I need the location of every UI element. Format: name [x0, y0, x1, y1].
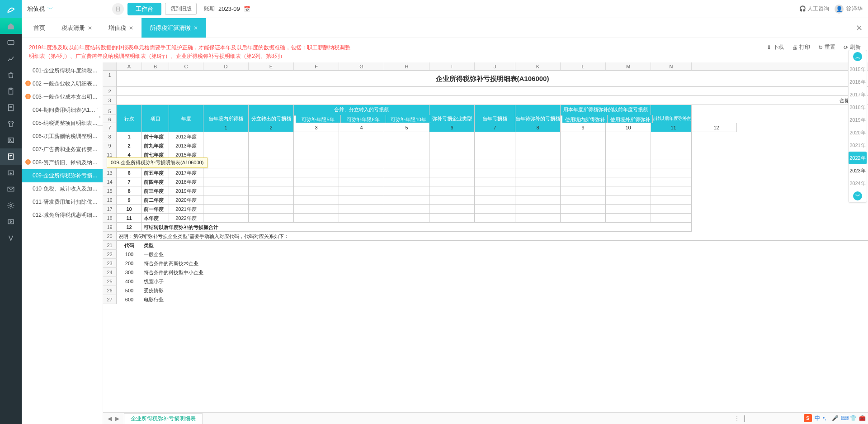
ime-logo-icon[interactable]: S: [804, 414, 812, 422]
close-icon[interactable]: ✕: [129, 25, 133, 31]
year-option[interactable]: 2021年: [849, 139, 867, 152]
notice-bar: 2019年度涉及取以前年度结转数据的申报表单元格需要手工维护正确，才能保证本年及…: [22, 38, 868, 62]
close-all-tabs-icon[interactable]: ✕: [856, 23, 863, 33]
form-item[interactable]: 003-一般企业成本支出明细…: [22, 91, 103, 104]
year-option[interactable]: 2023年: [849, 164, 867, 177]
table-row[interactable]: 8 1 前十年度 2012年度: [103, 132, 868, 141]
ime-skin-icon[interactable]: 👕: [850, 415, 856, 421]
code-row: 27600电影行业: [103, 295, 868, 304]
collapse-panel-icon[interactable]: ‹: [97, 108, 103, 126]
code-row: 25400线宽小于: [103, 277, 868, 286]
toolbar-actions: ⬇ 下载 🖨 打印 ↻ 重置 ⟳ 刷新: [767, 43, 861, 51]
nav-clipboard-icon[interactable]: [0, 83, 22, 100]
left-sidebar: [0, 0, 22, 424]
form-item[interactable]: 004-期间费用明细表(A1040…: [22, 104, 103, 117]
year-option[interactable]: 2020年: [849, 126, 867, 139]
tab-home[interactable]: 首页: [25, 18, 53, 38]
table-row[interactable]: 9 2 前九年度 2013年度: [103, 141, 868, 150]
sheet-tab[interactable]: 企业所得税弥补亏损明细表: [124, 413, 203, 424]
table-row[interactable]: 18 11 本年度 2022年度: [103, 214, 868, 223]
download-button[interactable]: ⬇ 下载: [767, 43, 784, 51]
table-row[interactable]: 12 5 前六年度 2016年度: [103, 159, 868, 168]
year-option[interactable]: 2022年: [849, 152, 867, 164]
form-item[interactable]: 012-减免所得税优惠明细表(…: [22, 209, 103, 222]
nav-card-icon[interactable]: [0, 34, 22, 51]
form-item[interactable]: 002-一般企业收入明细表(A1…: [22, 77, 103, 91]
consult-link[interactable]: 🎧 人工咨询: [799, 5, 829, 13]
ime-punct-icon[interactable]: •,: [823, 415, 829, 421]
table-row[interactable]: 17 10 前一年度 2021年度: [103, 205, 868, 214]
nav-bag-icon[interactable]: [0, 67, 22, 83]
nav-export-icon[interactable]: [0, 165, 22, 181]
form-item[interactable]: 011-研发费用加计扣除优惠…: [22, 195, 103, 209]
table-row[interactable]: 15 8 前三年度 2019年度: [103, 186, 868, 195]
form-item[interactable]: 005-纳税调整项目明细表(A1…: [22, 117, 103, 130]
table-row[interactable]: 11 4 前七年度 2015年度: [103, 150, 868, 159]
nav-image-icon[interactable]: [0, 132, 22, 148]
form-item[interactable]: 006-职工薪酬纳税调整明细…: [22, 130, 103, 143]
svg-point-9: [10, 205, 12, 207]
tab-tax-list[interactable]: 税表清册✕: [53, 18, 100, 38]
notice-text: 2019年度涉及取以前年度结转数据的申报表单元格需要手工维护正确，才能保证本年及…: [29, 43, 354, 61]
ime-lang[interactable]: 中: [815, 414, 820, 422]
tab-vat[interactable]: 增值税✕: [100, 18, 142, 38]
app-logo[interactable]: [0, 0, 22, 18]
nav-settings-icon[interactable]: [0, 197, 22, 214]
code-row: 24300符合条件的科技型中小企业: [103, 268, 868, 277]
form-item[interactable]: 009-企业所得税弥补亏损明…: [22, 169, 103, 182]
nav-v-icon[interactable]: [0, 230, 22, 246]
avatar-icon: 👤: [835, 5, 844, 14]
page-tabs: 首页 税表清册✕ 增值税✕ 所得税汇算清缴✕ ✕: [22, 18, 868, 38]
form-item[interactable]: 010-免税、减计收入及加计…: [22, 182, 103, 195]
switch-old-button[interactable]: 切到旧版: [165, 3, 197, 15]
year-option[interactable]: 2024年: [849, 177, 867, 190]
nav-home-icon[interactable]: [0, 18, 22, 34]
year-option[interactable]: 2016年: [849, 76, 867, 88]
circle-icon-button[interactable]: [112, 3, 124, 15]
calendar-icon[interactable]: 📅: [244, 6, 250, 12]
year-up-icon[interactable]: ︽: [853, 52, 862, 61]
form-item[interactable]: 008-资产折旧、摊销及纳税…: [22, 156, 103, 169]
column-headers: A B C D E F G H I J K L M N: [103, 62, 868, 71]
form-item[interactable]: 001-企业所得税年度纳税申…: [22, 64, 103, 77]
nav-doc-icon[interactable]: [0, 100, 22, 116]
year-option[interactable]: 2018年: [849, 101, 867, 114]
year-option[interactable]: 2015年: [849, 63, 867, 76]
sheet-title: 企业所得税弥补亏损明细表(A106000): [117, 71, 868, 87]
ime-keyboard-icon[interactable]: ⌨: [841, 415, 847, 421]
tax-type-dropdown[interactable]: 增值税 ﹀: [27, 5, 108, 13]
main-area: 增值税 ﹀ 工作台 切到旧版 账期 2023-09 📅 🎧 人工咨询 👤 徐泽华…: [22, 0, 868, 424]
close-icon[interactable]: ✕: [193, 25, 198, 31]
reset-button[interactable]: ↻ 重置: [818, 43, 835, 51]
cell-tooltip: 009-企业所得税弥补亏损明细表(A106000): [107, 157, 208, 168]
year-option[interactable]: 2019年: [849, 114, 867, 126]
nav-shirt-icon[interactable]: [0, 116, 22, 132]
chevron-down-icon: ﹀: [47, 5, 53, 13]
print-button[interactable]: 🖨 打印: [792, 43, 810, 51]
sheet-nav[interactable]: ◀▶: [107, 415, 120, 422]
year-down-icon[interactable]: ︾: [853, 191, 862, 200]
ime-tool-icon[interactable]: 🧰: [859, 415, 865, 421]
period-value[interactable]: 2023-09: [218, 5, 240, 12]
year-rail: ︽ 2015年2016年2017年2018年2019年2020年2021年202…: [848, 50, 867, 203]
top-header: 增值税 ﹀ 工作台 切到旧版 账期 2023-09 📅 🎧 人工咨询 👤 徐泽华: [22, 0, 868, 18]
dropdown-label: 增值税: [27, 5, 45, 13]
svg-rect-0: [8, 41, 14, 45]
code-row: 22100一般企业: [103, 250, 868, 259]
form-item[interactable]: 007-广告费和业务宣传费跨…: [22, 143, 103, 156]
table-row[interactable]: 13 6 前五年度 2017年度: [103, 168, 868, 177]
table-row[interactable]: 16 9 前二年度 2020年度: [103, 195, 868, 205]
grid-body[interactable]: 1企业所得税弥补亏损明细表(A106000) 2 3金额单位： 4 行次 项目 …: [103, 71, 868, 412]
user-menu[interactable]: 👤 徐泽华: [835, 5, 863, 14]
workspace-button[interactable]: 工作台: [127, 3, 161, 15]
table-row[interactable]: 14 7 前四年度 2018年度: [103, 177, 868, 186]
code-row: 26500受疫情影: [103, 286, 868, 295]
nav-video-icon[interactable]: [0, 214, 22, 230]
nav-chart-icon[interactable]: [0, 51, 22, 67]
nav-tax-icon[interactable]: [0, 148, 22, 165]
nav-mail-icon[interactable]: [0, 181, 22, 197]
close-icon[interactable]: ✕: [88, 25, 92, 31]
ime-mic-icon[interactable]: 🎤: [832, 415, 838, 421]
year-option[interactable]: 2017年: [849, 88, 867, 101]
tab-income-tax-settle[interactable]: 所得税汇算清缴✕: [142, 18, 206, 38]
